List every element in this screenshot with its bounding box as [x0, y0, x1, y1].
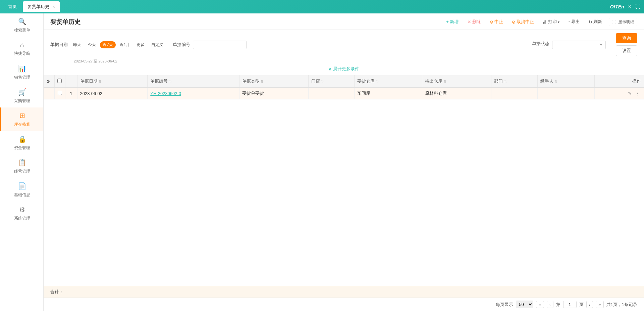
col-store[interactable]: 门店 ⇅ [308, 75, 354, 88]
summary-label: 合计： [50, 289, 63, 294]
per-page-label: 每页显示 [496, 302, 513, 308]
tab-close-icon[interactable]: × [53, 4, 55, 9]
filter-orderno-group: 单据编号 [173, 41, 247, 49]
print-button[interactable]: 🖨 打印 ▾ [541, 17, 561, 26]
display-detail-checkbox[interactable] [612, 20, 616, 24]
new-button[interactable]: + 新增 [444, 17, 461, 26]
more-icon[interactable]: ⋮ [635, 91, 640, 96]
filter-area: 单据日期 昨天 今天 近7天 近1月 更多 自定义 单据编号 单据状态 [44, 30, 644, 75]
goto-label: 第 [556, 302, 560, 308]
query-button[interactable]: 查询 [616, 33, 637, 43]
order-no-link[interactable]: YH-20230602-0 [150, 91, 181, 96]
status-select[interactable] [552, 41, 606, 49]
refresh-icon: ↻ [589, 19, 592, 25]
col-handler[interactable]: 经手人 ⇅ [537, 75, 594, 88]
col-department[interactable]: 部门 ⇅ [491, 75, 537, 88]
goto-suffix: 页 [579, 302, 584, 308]
col-pending-warehouse[interactable]: 待出仓库 ⇅ [422, 75, 491, 88]
date-btn-today[interactable]: 今天 [85, 41, 99, 48]
sidebar-item-inventory[interactable]: ⊞ 库存核算 [0, 107, 43, 131]
sidebar-item-operation[interactable]: 📋 经营管理 [0, 154, 43, 178]
top-bar: 首页 要货单历史 × OfTEn × ⛶ [0, 0, 644, 13]
col-date[interactable]: 单据日期 ⇅ [77, 75, 148, 88]
cell-store [308, 88, 354, 99]
next-page-btn[interactable]: › [586, 301, 593, 308]
sidebar-item-finance[interactable]: 🔒 资金管理 [0, 131, 43, 154]
export-button[interactable]: ↑ 导出 [566, 17, 582, 26]
select-all-checkbox[interactable] [57, 79, 62, 83]
sidebar-item-basic[interactable]: 📄 基础信息 [0, 178, 43, 202]
sidebar-item-system-label: 系统管理 [14, 216, 30, 221]
date-btn-7days[interactable]: 近7天 [100, 41, 116, 48]
sidebar-item-system[interactable]: ⚙ 系统管理 [0, 202, 43, 225]
window-close-btn[interactable]: × [628, 4, 631, 10]
home-icon: ⌂ [20, 41, 24, 49]
operation-icon: 📋 [18, 159, 26, 167]
inventory-icon: ⊞ [19, 112, 25, 120]
data-table: ⚙ 单据日期 ⇅ 单据编号 ⇅ [44, 75, 644, 99]
col-req-warehouse[interactable]: 要货仓库 ⇅ [354, 75, 422, 88]
date-btn-1month[interactable]: 近1月 [117, 41, 133, 48]
table-body: 1 2023-06-02 YH-20230602-0 要货单要货 [44, 88, 644, 99]
stop-button[interactable]: ⊘ 中止 [488, 17, 505, 26]
sidebar-item-purchase-label: 采购管理 [14, 98, 30, 104]
finance-icon: 🔒 [18, 135, 26, 143]
sort-icon-order-no: ⇅ [169, 80, 172, 83]
sidebar-item-sales-label: 销售管理 [14, 75, 30, 80]
sidebar-item-inventory-label: 库存核算 [14, 122, 30, 127]
sort-icon-type: ⇅ [261, 80, 263, 83]
col-num [65, 75, 77, 88]
tab-home[interactable]: 首页 [3, 1, 21, 12]
cell-operation: ✎ ⋮ [594, 88, 644, 99]
window-fullscreen-btn[interactable]: ⛶ [635, 4, 641, 10]
row-checkbox[interactable] [58, 91, 62, 95]
tab-yh-history[interactable]: 要货单历史 × [23, 1, 60, 12]
query-settings-wrap: 查询 设置 [616, 33, 637, 56]
settings-button[interactable]: 设置 [616, 45, 637, 56]
refresh-button[interactable]: ↻ 刷新 [587, 17, 604, 26]
page-number-input[interactable] [563, 301, 577, 308]
content-area: 要货单历史 + 新增 ✕ 删除 ⊘ 中止 ⊘ 取消中止 [44, 13, 644, 311]
delete-button[interactable]: ✕ 删除 [466, 17, 483, 26]
total-info: 共1页，1条记录 [606, 302, 637, 308]
prev-page-btn[interactable]: ‹ [547, 301, 553, 308]
cell-settings [44, 88, 54, 99]
cancel-stop-button[interactable]: ⊘ 取消中止 [510, 17, 536, 26]
delete-icon: ✕ [468, 19, 471, 25]
sidebar-item-sales[interactable]: 📊 销售管理 [0, 60, 43, 84]
purchase-icon: 🛒 [18, 88, 26, 96]
filter-row-1: 单据日期 昨天 今天 近7天 近1月 更多 自定义 单据编号 单据状态 [50, 33, 637, 56]
cell-checkbox [54, 88, 65, 99]
date-btn-custom[interactable]: 自定义 [149, 41, 166, 48]
order-no-input[interactable] [193, 41, 247, 49]
main-layout: 🔍 搜索菜单 ⌂ 快捷导航 📊 销售管理 🛒 采购管理 ⊞ 库存核算 🔒 资金管… [0, 13, 644, 311]
top-bar-right: OfTEn × ⛶ [610, 4, 641, 10]
col-settings[interactable]: ⚙ [44, 75, 54, 88]
filter-row-date-range: 2023-05-27 至 2023-06-02 [50, 58, 637, 64]
col-order-no[interactable]: 单据编号 ⇅ [148, 75, 239, 88]
date-btn-more[interactable]: 更多 [134, 41, 147, 48]
cell-handler [537, 88, 594, 99]
sales-icon: 📊 [18, 64, 26, 73]
cell-pending-warehouse: 原材料仓库 [422, 88, 491, 99]
print-icon: 🖨 [543, 19, 547, 25]
sort-icon-department: ⇅ [504, 80, 507, 83]
brand-label: OfTEn [610, 4, 624, 9]
display-detail-button[interactable]: 显示明细 [609, 18, 637, 26]
print-dropdown-icon: ▾ [558, 20, 559, 24]
sidebar-item-purchase[interactable]: 🛒 采购管理 [0, 84, 43, 107]
table-row: 1 2023-06-02 YH-20230602-0 要货单要货 [44, 88, 644, 99]
date-btn-yesterday[interactable]: 昨天 [70, 41, 84, 48]
first-page-btn[interactable]: « [536, 301, 544, 308]
sidebar-item-finance-label: 资金管理 [14, 145, 30, 151]
filter-status-group: 单据状态 [532, 41, 606, 49]
col-type[interactable]: 单据类型 ⇅ [239, 75, 308, 88]
last-page-btn[interactable]: » [596, 301, 603, 308]
sort-icon-date: ⇅ [99, 80, 101, 83]
per-page-select[interactable]: 10 20 50 100 [516, 301, 533, 308]
sidebar-item-search[interactable]: 🔍 搜索菜单 [0, 13, 43, 37]
expand-more-btn[interactable]: ∨ 展开更多条件 [50, 66, 637, 72]
sidebar-item-shortcut[interactable]: ⌂ 快捷导航 [0, 37, 43, 60]
tab-home-label: 首页 [8, 4, 17, 10]
edit-icon[interactable]: ✎ [628, 91, 632, 96]
